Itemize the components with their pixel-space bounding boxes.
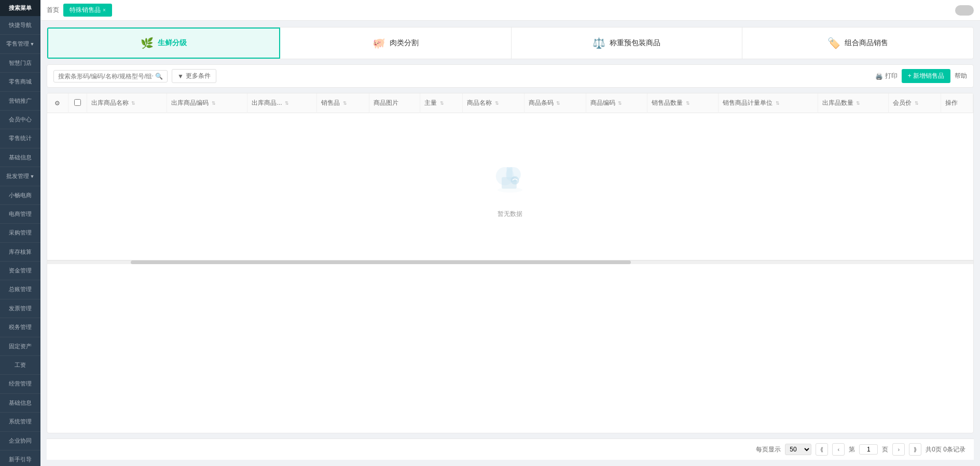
sidebar-item-system-manage[interactable]: 系统管理: [0, 413, 40, 431]
sort-icon-6[interactable]: ⇅: [495, 101, 499, 106]
sort-icon-12[interactable]: ⇅: [915, 101, 919, 106]
print-button[interactable]: 🖨️ 打印: [875, 72, 898, 80]
cat-tab-meat-cut-label: 肉类分割: [390, 38, 419, 48]
th-out-product-code: 出库商品编码 ⇅: [167, 93, 247, 113]
last-page-button[interactable]: ⟫: [909, 443, 921, 456]
sort-icon-2[interactable]: ⇅: [212, 101, 216, 106]
th-member-price: 会员价 ⇅: [889, 93, 941, 113]
filter-button[interactable]: ▼ 更多条件: [172, 69, 216, 83]
empty-icon: [489, 155, 531, 203]
page-unit: 页: [882, 445, 888, 454]
data-table: ⚙ 出库商品名称 ⇅ 出库商品编码 ⇅ 出库商品: [47, 93, 973, 260]
search-input[interactable]: [58, 73, 153, 80]
category-tabs: 🌿 生鲜分级 🐖 肉类分割 ⚖️ 称重预包装商品 🏷️ 组合商品销售: [47, 27, 974, 59]
search-icon[interactable]: 🔍: [155, 73, 163, 80]
page-number-input[interactable]: [859, 444, 878, 455]
tab-label: 特殊销售品: [70, 6, 101, 15]
th-out-quantity: 出库品数量 ⇅: [818, 93, 889, 113]
sidebar-item-ops-manage[interactable]: 经营管理: [0, 375, 40, 393]
cat-tab-combo-sale[interactable]: 🏷️ 组合商品销售: [742, 28, 973, 59]
th-sale-quantity: 销售品数量 ⇅: [647, 93, 719, 113]
weigh-pack-icon: ⚖️: [592, 37, 605, 49]
scroll-thumb[interactable]: [131, 261, 631, 264]
sort-icon-9[interactable]: ⇅: [686, 101, 690, 106]
sidebar-item-promotion[interactable]: 营销推广: [0, 92, 40, 111]
tab-close-icon[interactable]: ×: [103, 7, 106, 13]
th-checkbox[interactable]: [68, 93, 87, 113]
cat-tab-weigh-pack[interactable]: ⚖️ 称重预包装商品: [512, 28, 743, 59]
sidebar-item-purchase-manage[interactable]: 采购管理: [0, 224, 40, 242]
sidebar-item-tax-manage[interactable]: 税务管理: [0, 318, 40, 337]
filter-label: 更多条件: [186, 72, 211, 80]
toolbar: 🔍 ▼ 更多条件 🖨️ 打印 + 新增销售品 帮助: [47, 64, 974, 88]
sidebar-item-wages[interactable]: 工资: [0, 356, 40, 375]
sort-icon-8[interactable]: ⇅: [618, 101, 622, 106]
add-product-button[interactable]: + 新增销售品: [902, 69, 950, 83]
sidebar-item-inventory[interactable]: 库存核算: [0, 243, 40, 262]
first-page-button[interactable]: ⟪: [816, 443, 828, 456]
sort-icon-4[interactable]: ⇅: [343, 101, 347, 106]
sidebar-item-fixed-assets[interactable]: 固定资产: [0, 337, 40, 356]
sort-icon-5[interactable]: ⇅: [440, 101, 444, 106]
th-main-quantity: 主量 ⇅: [420, 93, 463, 113]
topbar: 首页 特殊销售品 ×: [40, 0, 980, 21]
filter-icon: ▼: [177, 73, 184, 80]
active-tab[interactable]: 特殊销售品 ×: [63, 4, 112, 17]
sidebar-item-retail-manage[interactable]: 零售管理 ▼: [0, 35, 40, 53]
toggle-switch[interactable]: [955, 5, 974, 16]
th-operation: 操作: [941, 93, 973, 113]
select-all-checkbox[interactable]: [74, 99, 81, 106]
sidebar-item-wholesale-manage[interactable]: 批发管理 ▼: [0, 167, 40, 186]
sidebar-item-mini-ecom[interactable]: 小畅电商: [0, 186, 40, 205]
combo-sale-icon: 🏷️: [827, 37, 840, 49]
main-area: 首页 特殊销售品 × 🌿 生鲜分级 🐖 肉类分割 ⚖️ 称重预包装商品: [40, 0, 980, 466]
sidebar-item-basic-info-2[interactable]: 基础信息: [0, 394, 40, 413]
th-sale-item: 销售品 ⇅: [317, 93, 369, 113]
sidebar-item-ecom-manage[interactable]: 电商管理: [0, 205, 40, 224]
sidebar-item-basic-info-1[interactable]: 基础信息: [0, 148, 40, 167]
meat-cut-icon: 🐖: [372, 37, 385, 49]
sidebar-item-retail-stats[interactable]: 零售统计: [0, 129, 40, 148]
sort-icon-10[interactable]: ⇅: [776, 101, 780, 106]
search-box: 🔍: [53, 70, 168, 83]
sidebar-item-retail-mall[interactable]: 零售商城: [0, 73, 40, 91]
per-page-select[interactable]: 10 20 50 100: [785, 444, 811, 455]
total-label: 共0页 0条记录: [926, 445, 965, 454]
toolbar-right: 🖨️ 打印 + 新增销售品 帮助: [875, 69, 967, 83]
sidebar-item-general-ledger[interactable]: 总账管理: [0, 280, 40, 299]
sidebar-item-smart-store[interactable]: 智慧门店: [0, 54, 40, 73]
sort-icon[interactable]: ⇅: [131, 101, 135, 106]
help-button[interactable]: 帮助: [955, 72, 967, 80]
th-barcode: 商品条码 ⇅: [524, 93, 586, 113]
data-table-wrapper: ⚙ 出库商品名称 ⇅ 出库商品编码 ⇅ 出库商品: [47, 93, 974, 433]
svg-rect-4: [507, 167, 513, 179]
cat-tab-combo-sale-label: 组合商品销售: [845, 38, 888, 48]
prev-page-button[interactable]: ‹: [832, 443, 845, 456]
th-product-image: 商品图片: [369, 93, 420, 113]
th-product-name: 商品名称 ⇅: [463, 93, 524, 113]
empty-text: 暂无数据: [498, 210, 522, 218]
sidebar-item-enterprise-coop[interactable]: 企业协同: [0, 432, 40, 450]
cat-tab-weigh-pack-label: 称重预包装商品: [610, 38, 660, 48]
cat-tab-fresh-grade[interactable]: 🌿 生鲜分级: [47, 28, 280, 59]
print-icon: 🖨️: [875, 73, 883, 80]
sort-icon-7[interactable]: ⇅: [556, 101, 560, 106]
sidebar-logo[interactable]: 搜索菜单: [0, 0, 40, 16]
th-setting[interactable]: ⚙: [47, 93, 68, 113]
chevron-down-icon: ▼: [30, 41, 35, 48]
cat-tab-meat-cut[interactable]: 🐖 肉类分割: [280, 28, 512, 59]
content-area: 🌿 生鲜分级 🐖 肉类分割 ⚖️ 称重预包装商品 🏷️ 组合商品销售 🔍: [40, 21, 980, 466]
sidebar-item-quick-nav[interactable]: 快捷导航: [0, 16, 40, 35]
page-label: 第: [849, 445, 855, 454]
topbar-home-link[interactable]: 首页: [47, 6, 59, 15]
next-page-button[interactable]: ›: [892, 443, 905, 456]
sort-icon-3[interactable]: ⇅: [285, 101, 289, 106]
sidebar-item-invoice-manage[interactable]: 发票管理: [0, 299, 40, 318]
sort-icon-11[interactable]: ⇅: [856, 101, 860, 106]
svg-point-5: [511, 176, 519, 185]
sidebar-item-finance[interactable]: 资金管理: [0, 262, 40, 280]
horizontal-scrollbar[interactable]: [47, 260, 973, 264]
sidebar-item-new-guide[interactable]: 新手引导: [0, 450, 40, 466]
empty-state: 暂无数据: [47, 113, 973, 260]
sidebar-item-member-center[interactable]: 会员中心: [0, 111, 40, 129]
